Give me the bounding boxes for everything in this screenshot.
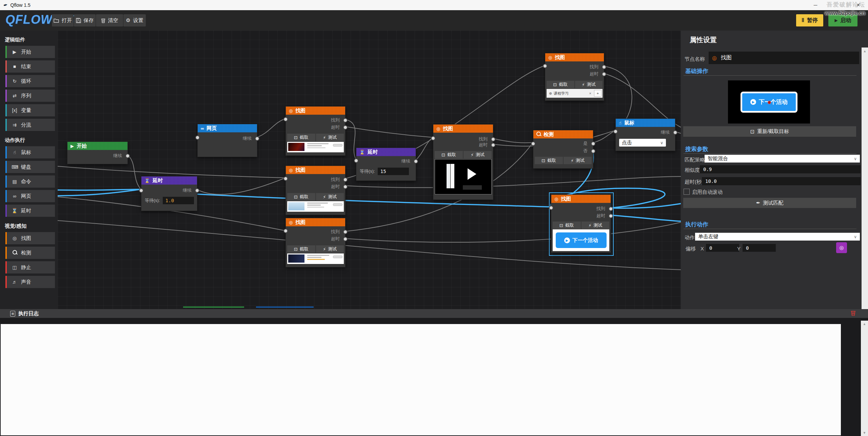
test-button[interactable]: ⚡测试 <box>316 134 344 141</box>
node-canvas[interactable]: ▶开始 继续 ⌛延时 继续 等待(s): 1.0 ∞网页 继续 ◎找图 找到 超… <box>58 31 681 309</box>
sidebar-item-sequence[interactable]: ⇄ 序列 <box>5 90 55 102</box>
pause-button[interactable]: ‖ 暂停 <box>796 14 823 26</box>
link-icon: ∞ <box>201 126 204 131</box>
test-button[interactable]: ⚡测试 <box>581 222 610 229</box>
action-select[interactable]: 单击左键 ∨ <box>695 233 860 241</box>
port-continue[interactable] <box>125 154 130 158</box>
save-button[interactable]: 保存 <box>74 14 96 26</box>
capture-button[interactable]: ⊡截取 <box>287 134 315 141</box>
port-in[interactable] <box>549 206 553 210</box>
sidebar-item-loop[interactable]: ↻ 循环 <box>5 75 55 87</box>
node-find-image-selected[interactable]: ◎找图 找到 超时 ⊡截取 ⚡测试 ▶ 下一个活动 <box>551 194 611 253</box>
sidebar-item-start[interactable]: ▶ 开始 <box>5 46 55 58</box>
node-detect[interactable]: 检测 是 否 ⊡截取 ⚡测试 <box>533 130 593 169</box>
match-strategy-select[interactable]: 智能混合 ∨ <box>705 155 860 163</box>
port-found[interactable] <box>491 137 495 141</box>
sidebar-item-keyboard[interactable]: ⌨ 键盘 <box>5 161 55 173</box>
wait-input[interactable]: 15 <box>378 168 409 175</box>
port-in[interactable] <box>283 229 288 233</box>
port-continue[interactable] <box>255 136 259 141</box>
port-continue[interactable] <box>414 159 418 164</box>
port-in[interactable] <box>543 64 547 68</box>
port-in[interactable] <box>283 176 288 181</box>
node-find-image-3[interactable]: ◎找图 找到 超时 ⊡截取 ⚡测试 <box>285 218 346 267</box>
open-button[interactable]: 打开 <box>52 14 74 26</box>
sidebar-item-delay[interactable]: ⌛ 延时 <box>5 205 55 217</box>
sidebar-item-mouse[interactable]: ☝ 鼠标 <box>5 146 55 158</box>
port-found[interactable] <box>602 65 606 69</box>
capture-button[interactable]: ⊡截取 <box>287 245 315 253</box>
log-content[interactable] <box>1 324 841 435</box>
test-button[interactable]: ⚡测试 <box>575 81 603 88</box>
port-timeout[interactable] <box>343 237 348 241</box>
autoscroll-checkbox[interactable] <box>684 189 690 195</box>
capture-button[interactable]: ⊡截取 <box>553 222 581 229</box>
port-yes[interactable] <box>591 141 595 146</box>
port-found[interactable] <box>609 207 613 211</box>
recapture-button[interactable]: ⊡ 重新/截取目标 <box>683 126 856 137</box>
offset-y-input[interactable]: 0 <box>743 244 776 252</box>
timeout-input[interactable]: 10.0 <box>702 177 861 185</box>
port-continue[interactable] <box>195 188 199 193</box>
port-in[interactable] <box>431 136 435 140</box>
offset-x-input[interactable]: 0 <box>706 244 739 252</box>
capture-button[interactable]: ⊡截取 <box>535 157 563 164</box>
clear-button[interactable]: 清空 <box>96 14 123 26</box>
node-name-input[interactable]: ◎ 找图 <box>709 52 859 64</box>
mouse-action-select[interactable]: 点击 ∨ <box>619 139 666 147</box>
node-delay-1[interactable]: ⌛延时 继续 等待(s): 1.0 <box>141 176 197 211</box>
node-find-image-1[interactable]: ◎找图 找到 超时 ⊡截取 ⚡测试 <box>285 106 346 156</box>
node-delay-2[interactable]: ⌛延时 继续 等待(s): 15 <box>356 148 416 181</box>
similarity-input[interactable]: 0.9 <box>700 165 861 173</box>
port-found[interactable] <box>343 118 348 122</box>
sidebar-item-sound[interactable]: ♬ 声音 <box>5 276 55 288</box>
node-mouse[interactable]: ☝鼠标 继续 点击 ∨ <box>615 118 675 151</box>
target-icon: ◎ <box>548 55 552 60</box>
port-timeout[interactable] <box>609 214 613 218</box>
component-sidebar: 逻辑组件 ▶ 开始 ■ 结束 ↻ 循环 ⇄ 序列 [x] 变量 ⇉ 分流 动作执… <box>0 31 58 309</box>
test-button[interactable]: ⚡测试 <box>316 245 344 253</box>
port-in[interactable] <box>283 117 288 121</box>
port-timeout[interactable] <box>343 185 348 189</box>
test-button[interactable]: ⚡测试 <box>316 193 344 201</box>
wait-input[interactable]: 1.0 <box>163 197 194 204</box>
port-timeout[interactable] <box>491 143 495 147</box>
port-continue[interactable] <box>673 130 677 135</box>
capture-button[interactable]: ⊡截取 <box>547 81 574 88</box>
port-timeout[interactable] <box>602 72 606 76</box>
node-find-image-2[interactable]: ◎找图 找到 超时 ⊡截取 ⚡测试 <box>285 166 346 215</box>
port-in[interactable] <box>139 188 143 193</box>
capture-button[interactable]: ⊡截取 <box>287 193 315 201</box>
test-button[interactable]: ⚡测试 <box>564 157 592 164</box>
settings-button[interactable]: ⚙ 设置 <box>123 14 146 26</box>
panel-scrollbar[interactable]: ▲ <box>862 48 868 309</box>
node-start[interactable]: ▶开始 继续 <box>67 141 128 164</box>
port-found[interactable] <box>343 177 348 182</box>
test-match-button[interactable]: ✒ 测试匹配 <box>683 198 856 208</box>
minimize-button[interactable]: ─ <box>808 0 823 10</box>
port-no[interactable] <box>591 149 595 153</box>
port-in[interactable] <box>613 129 618 134</box>
node-find-image-tab[interactable]: ◎找图 找到 超时 ⊡截取 ⚡测试 ⊕ 课程学习 × + <box>545 53 604 101</box>
test-button[interactable]: ⚡测试 <box>463 151 492 158</box>
port-in[interactable] <box>354 158 358 163</box>
sidebar-item-still[interactable]: ◫ 静止 <box>5 261 55 273</box>
pick-target-button[interactable]: ◎ <box>836 242 847 253</box>
port-in[interactable] <box>531 141 535 146</box>
clear-log-button[interactable] <box>851 310 856 317</box>
sidebar-item-web[interactable]: ∞ 网页 <box>5 190 55 202</box>
capture-icon: ⊡ <box>553 82 557 87</box>
capture-button[interactable]: ⊡截取 <box>435 151 463 158</box>
port-timeout[interactable] <box>343 125 348 130</box>
node-find-image-video[interactable]: ◎找图 找到 超时 ⊡截取 ⚡测试 <box>433 124 493 200</box>
sidebar-item-command[interactable]: ▤ 命令 <box>5 175 55 188</box>
port-in[interactable] <box>195 135 200 140</box>
port-found[interactable] <box>343 230 348 234</box>
sidebar-item-branch[interactable]: ⇉ 分流 <box>5 119 55 131</box>
sidebar-item-variable[interactable]: [x] 变量 <box>5 104 55 116</box>
sidebar-item-end[interactable]: ■ 结束 <box>5 60 55 73</box>
sidebar-item-detect[interactable]: 检测 <box>5 247 55 259</box>
sidebar-item-find-image[interactable]: ◎ 找图 <box>5 232 55 244</box>
node-web[interactable]: ∞网页 继续 <box>197 124 257 157</box>
log-scrollbar[interactable]: ▲ ▼ <box>861 321 868 436</box>
